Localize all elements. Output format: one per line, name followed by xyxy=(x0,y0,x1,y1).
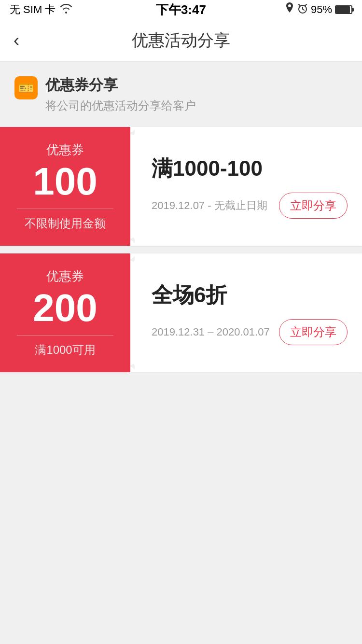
section-subtitle: 将公司的优惠活动分享给客户 xyxy=(45,98,196,113)
coupon-divider-0 xyxy=(17,209,113,209)
coupon-list: 优惠券 100 不限制使用金额 满1000-100 2019.12.07 - 无… xyxy=(0,122,362,390)
coupon-left-0: 优惠券 100 不限制使用金额 xyxy=(0,127,130,246)
back-button[interactable]: ‹ xyxy=(14,30,19,51)
coupon-right-1: 全场6折 2019.12.31 – 2020.01.07 立即分享 xyxy=(130,253,362,372)
share-button-0[interactable]: 立即分享 xyxy=(279,193,348,219)
battery-icon xyxy=(335,5,352,14)
location-icon xyxy=(285,2,294,17)
coupon-date-row-0: 2019.12.07 - 无截止日期 立即分享 xyxy=(152,193,348,219)
coupon-condition-0: 不限制使用金额 xyxy=(25,216,106,231)
coupon-divider-1 xyxy=(17,335,113,336)
share-button-1[interactable]: 立即分享 xyxy=(279,319,348,345)
coupon-right-0: 满1000-100 2019.12.07 - 无截止日期 立即分享 xyxy=(130,127,362,246)
coupon-amount-0: 100 xyxy=(33,162,97,201)
status-right: 95% xyxy=(285,2,352,17)
alarm-icon xyxy=(297,2,308,17)
nav-title: 优惠活动分享 xyxy=(132,29,230,52)
battery-percent: 95% xyxy=(311,3,332,16)
coupon-condition-1: 满1000可用 xyxy=(35,342,95,358)
status-time: 下午3:47 xyxy=(156,1,206,18)
coupon-date-0: 2019.12.07 - 无截止日期 xyxy=(152,198,267,213)
coupon-title-1: 全场6折 xyxy=(152,281,348,309)
coupon-card: 优惠券 200 满1000可用 全场6折 2019.12.31 – 2020.0… xyxy=(0,253,362,372)
section-header: 🎫 优惠券分享 将公司的优惠活动分享给客户 xyxy=(0,62,362,122)
coupon-card: 优惠券 100 不限制使用金额 满1000-100 2019.12.07 - 无… xyxy=(0,127,362,246)
empty-area xyxy=(0,390,362,644)
coupon-amount-1: 200 xyxy=(33,289,97,327)
coupon-title-0: 满1000-100 xyxy=(152,154,348,183)
coupon-date-row-1: 2019.12.31 – 2020.01.07 立即分享 xyxy=(152,319,348,345)
coupon-label-0: 优惠券 xyxy=(46,141,84,158)
status-bar: 无 SIM 卡 下午3:47 95% xyxy=(0,0,362,19)
nav-bar: ‹ 优惠活动分享 xyxy=(0,19,362,62)
coupon-left-1: 优惠券 200 满1000可用 xyxy=(0,253,130,372)
status-left: 无 SIM 卡 xyxy=(10,2,73,17)
no-sim-text: 无 SIM 卡 xyxy=(10,2,56,17)
section-text: 优惠券分享 将公司的优惠活动分享给客户 xyxy=(45,75,196,113)
coupon-date-1: 2019.12.31 – 2020.01.07 xyxy=(152,326,270,338)
coupon-label-1: 优惠券 xyxy=(46,268,84,285)
wifi-icon xyxy=(59,3,73,16)
coupon-share-icon: 🎫 xyxy=(14,76,38,99)
section-title: 优惠券分享 xyxy=(45,75,196,95)
